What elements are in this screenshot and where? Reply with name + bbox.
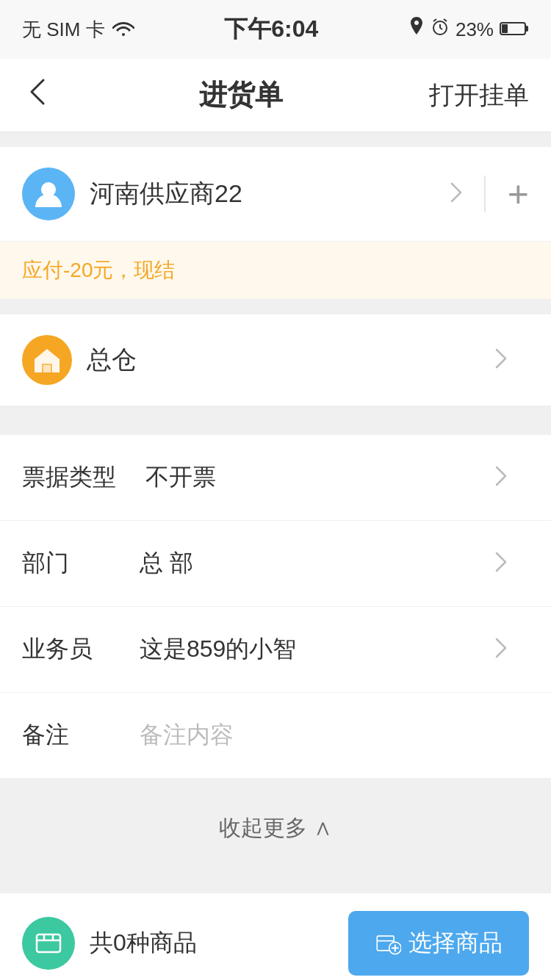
svg-rect-6 bbox=[525, 26, 528, 32]
svg-line-2 bbox=[440, 28, 442, 29]
section-gap-1 bbox=[0, 132, 551, 147]
remark-row[interactable]: 备注 备注内容 bbox=[0, 693, 551, 778]
select-product-label: 选择商品 bbox=[408, 927, 503, 959]
warehouse-row[interactable]: 总仓 bbox=[0, 314, 551, 406]
salesperson-label: 业务员 bbox=[22, 633, 110, 666]
carrier-text: 无 SIM 卡 bbox=[22, 17, 105, 43]
salesperson-row[interactable]: 业务员 这是859的小智 bbox=[0, 607, 551, 693]
warehouse-name: 总仓 bbox=[87, 343, 495, 377]
department-chevron-icon bbox=[495, 548, 507, 579]
supplier-chevron-icon bbox=[450, 179, 462, 209]
section-gap-4 bbox=[0, 864, 551, 879]
battery-text: 23% bbox=[455, 18, 494, 41]
open-pending-button[interactable]: 打开挂单 bbox=[429, 79, 529, 112]
status-bar: 无 SIM 卡 下午6:04 23% bbox=[0, 0, 551, 59]
supplier-notice: 应付-20元，现结 bbox=[0, 242, 551, 300]
department-label: 部门 bbox=[22, 547, 110, 580]
section-gap-3 bbox=[0, 406, 551, 420]
battery-icon bbox=[500, 18, 529, 41]
svg-line-3 bbox=[433, 19, 436, 21]
warehouse-section: 总仓 bbox=[0, 314, 551, 406]
nav-bar: 进货单 打开挂单 bbox=[0, 59, 551, 132]
salesperson-chevron-icon bbox=[495, 634, 507, 665]
invoice-type-value: 不开票 bbox=[116, 461, 495, 494]
status-time: 下午6:04 bbox=[224, 13, 318, 46]
department-value: 总 部 bbox=[110, 547, 495, 580]
invoice-type-chevron-icon bbox=[495, 462, 507, 493]
invoice-type-row[interactable]: 票据类型 不开票 bbox=[0, 435, 551, 521]
page-title: 进货单 bbox=[199, 76, 283, 114]
collapse-button[interactable]: 收起更多 ∧ bbox=[0, 793, 551, 864]
department-row[interactable]: 部门 总 部 bbox=[0, 521, 551, 607]
svg-rect-7 bbox=[502, 24, 508, 33]
status-left: 无 SIM 卡 bbox=[22, 17, 134, 43]
remark-placeholder: 备注内容 bbox=[110, 719, 529, 752]
product-icon bbox=[22, 917, 75, 970]
product-count: 共0种商品 bbox=[90, 927, 348, 959]
vertical-divider bbox=[484, 176, 486, 212]
svg-rect-11 bbox=[37, 934, 60, 952]
invoice-type-label: 票据类型 bbox=[22, 461, 116, 494]
wifi-icon bbox=[112, 18, 134, 41]
select-product-button[interactable]: 选择商品 bbox=[348, 911, 529, 976]
location-icon bbox=[408, 17, 425, 43]
section-gap-2 bbox=[0, 300, 551, 314]
salesperson-value: 这是859的小智 bbox=[110, 633, 495, 666]
warehouse-icon bbox=[22, 335, 72, 385]
status-right: 23% bbox=[408, 17, 529, 43]
svg-line-4 bbox=[444, 19, 447, 21]
product-section: 共0种商品 选择商品 bbox=[0, 893, 551, 980]
supplier-row[interactable]: 河南供应商22 + bbox=[0, 147, 551, 242]
svg-rect-10 bbox=[43, 365, 51, 372]
add-supplier-button[interactable]: + bbox=[508, 173, 529, 215]
supplier-avatar bbox=[22, 167, 75, 220]
supplier-section: 河南供应商22 + 应付-20元，现结 bbox=[0, 147, 551, 300]
back-button[interactable] bbox=[22, 71, 53, 120]
alarm-icon bbox=[431, 18, 450, 42]
form-section: 票据类型 不开票 部门 总 部 业务员 这是859的小智 备注 备注内容 bbox=[0, 435, 551, 778]
supplier-name: 河南供应商22 bbox=[90, 177, 450, 211]
warehouse-chevron-icon bbox=[495, 345, 507, 375]
remark-label: 备注 bbox=[22, 719, 110, 752]
